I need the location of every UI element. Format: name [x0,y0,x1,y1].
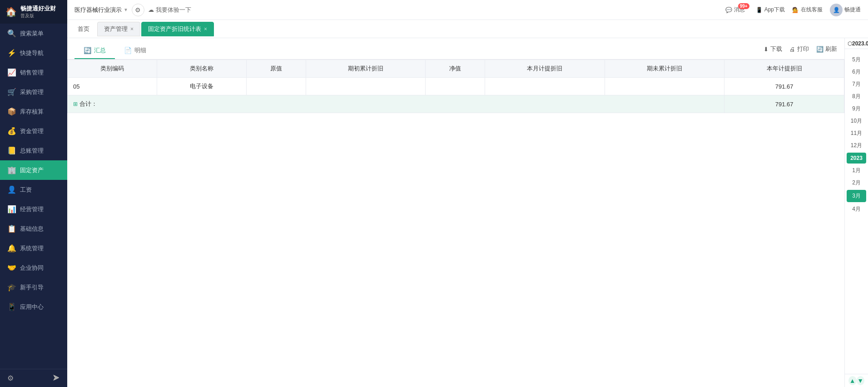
refresh-label: 刷新 [825,45,837,53]
sidebar: 🏠 畅捷通好业财 普及版 🔍搜索菜单⚡快捷导航📈销售管理🛒采购管理📦库存核算💰资… [0,0,67,387]
tab-fixed-assets-depreciation[interactable]: 固定资产折旧统计表 × [141,22,214,36]
sidebar-label-purchase: 采购管理 [20,88,44,96]
experience-btn[interactable]: ☁ 我要体验一下 [148,6,191,14]
summary-label: ⊞合计： [68,95,724,113]
sidebar-item-inventory[interactable]: 📦库存核算 [0,102,67,121]
col-header-monthly-depreciation: 本月计提折旧 [485,60,605,78]
date-month-7月[interactable]: 7月 [845,78,868,90]
date-month-10月[interactable]: 10月 [845,115,868,127]
summary-tab-icon: 🔄 [84,47,91,54]
table-summary-row: ⊞合计： 791.67 [68,95,844,113]
fixed-assets-depreciation-tab-label: 固定资产折旧统计表 [148,25,201,33]
sidebar-item-base-info[interactable]: 📋基础信息 [0,219,67,238]
date-month-12月[interactable]: 12月 [845,139,868,152]
online-service-icon: 💁 [792,7,799,13]
sub-tab-detail[interactable]: 📄 明细 [115,43,155,59]
sidebar-item-purchase[interactable]: 🛒采购管理 [0,82,67,102]
refresh-icon: 🔄 [816,46,823,53]
col-header-period-end-depreciation: 期未累计折旧 [605,60,724,78]
sidebar-item-finance[interactable]: 💰资金管理 [0,121,67,141]
date-month-2023-4月[interactable]: 4月 [845,203,868,215]
sidebar-label-quicknav: 快捷导航 [20,49,44,57]
home-tab-label: 首页 [78,25,89,33]
sidebar-icon-payroll: 👤 [7,185,15,194]
sidebar-item-cooperation[interactable]: 🤝企业协同 [0,258,67,278]
settings-icon[interactable]: ⚙ [7,374,14,382]
company-selector[interactable]: 医疗器械行业演示 ▼ [74,6,128,14]
messages-btn[interactable]: 💬 消息 99+ [725,6,745,14]
date-sidebar-expand-icon[interactable]: ⬡ [848,40,852,47]
sidebar-label-system: 系统管理 [20,244,44,253]
date-month-2023-1月[interactable]: 1月 [845,164,868,177]
date-next-btn[interactable]: ▼ [857,376,865,385]
sidebar-icon-base-info: 📋 [7,224,15,233]
sidebar-item-app-center[interactable]: 📱应用中心 [0,297,67,317]
sidebar-label-base-info: 基础信息 [20,225,44,233]
date-month-5月[interactable]: 5月 [845,54,868,66]
sidebar-item-search[interactable]: 🔍搜索菜单 [0,24,67,43]
sidebar-icon-purchase: 🛒 [7,88,15,96]
download-btn[interactable]: ⬇ 下载 [764,45,782,53]
download-icon: ⬇ [764,46,769,53]
app-download-label: App下载 [764,6,785,14]
sidebar-item-ledger[interactable]: 📒总账管理 [0,141,67,160]
date-sidebar: ⬡ 2023.03 ✕ 5月6月7月8月9月10月11月12月20231月2月3… [844,38,868,387]
sidebar-item-quicknav[interactable]: ⚡快捷导航 [0,43,67,63]
date-month-8月[interactable]: 8月 [845,90,868,103]
tab-home[interactable]: 首页 [71,22,96,36]
online-service-btn[interactable]: 💁 在线客服 [792,6,823,14]
date-month-11月[interactable]: 11月 [845,127,868,139]
sidebar-icon-system: 🔔 [7,244,15,253]
col-header-net-value: 净值 [426,60,485,78]
app-download-btn[interactable]: 📱 App下载 [756,6,785,14]
date-month-9月[interactable]: 9月 [845,103,868,115]
tab-asset-management[interactable]: 资产管理 × [97,22,140,36]
sidebar-item-payroll[interactable]: 👤工资 [0,180,67,199]
asset-management-tab-close[interactable]: × [130,26,134,32]
sidebar-item-operations[interactable]: 📊经营管理 [0,199,67,219]
sidebar-item-system[interactable]: 🔔系统管理 [0,238,67,258]
app-edition: 普及版 [20,13,56,19]
sidebar-item-sales[interactable]: 📈销售管理 [0,63,67,82]
sidebar-label-operations: 经营管理 [20,205,44,213]
date-prev-btn[interactable]: ▲ [848,376,857,385]
sidebar-icon-finance: 💰 [7,127,15,135]
depreciation-table: 类别编码 类别名称 原值 期初累计折旧 净值 本月计提折旧 期未累计折旧 本年计… [67,60,844,113]
col-header-annual-depreciation: 本年计提折旧 [724,60,844,78]
cell-period-end-depreciation [605,78,724,95]
topbar-settings-btn[interactable]: ⚙ [132,4,144,16]
table-header-row: 类别编码 类别名称 原值 期初累计折旧 净值 本月计提折旧 期未累计折旧 本年计… [68,60,844,78]
date-year-2023-tag[interactable]: 2023 [847,153,866,164]
sidebar-icon-inventory: 📦 [7,107,15,116]
refresh-btn[interactable]: 🔄 刷新 [816,45,837,53]
date-month-2023-3月[interactable]: 3月 [847,190,866,202]
fixed-assets-depreciation-tab-close[interactable]: × [204,26,207,32]
cell-monthly-depreciation [485,78,605,95]
sub-tab-summary[interactable]: 🔄 汇总 [74,43,115,59]
table-row: 05 电子设备 791.67 [68,78,844,95]
sidebar-icon-quicknav: ⚡ [7,49,15,57]
tabs-bar: 首页 资产管理 × 固定资产折旧统计表 × [67,20,868,38]
app-logo: 🏠 畅捷通好业财 普及版 [0,0,67,24]
sidebar-icon-operations: 📊 [7,205,15,213]
sidebar-label-payroll: 工资 [20,186,32,194]
sidebar-item-fixed-assets[interactable]: 🏢固定资产 [0,160,67,180]
date-month-6月[interactable]: 6月 [845,66,868,78]
print-btn[interactable]: 🖨 打印 [789,45,809,53]
username: 畅捷通 [844,6,861,14]
collapse-icon[interactable]: ⮞ [53,374,60,382]
print-icon: 🖨 [789,46,795,53]
sidebar-item-guide[interactable]: 🎓新手引导 [0,278,67,297]
avatar: 👤 [830,4,843,16]
online-service-label: 在线客服 [801,6,823,14]
sidebar-label-finance: 资金管理 [20,127,44,135]
detail-tab-label: 明细 [134,46,146,55]
date-month-2023-2月[interactable]: 2月 [845,177,868,189]
date-sidebar-title: 2023.03 [852,40,868,47]
sidebar-label-ledger: 总账管理 [20,147,44,155]
sidebar-icon-ledger: 📒 [7,146,15,155]
col-header-initial-depreciation: 期初累计折旧 [306,60,426,78]
table-wrapper: 类别编码 类别名称 原值 期初累计折旧 净值 本月计提折旧 期未累计折旧 本年计… [67,60,844,387]
print-label: 打印 [797,45,809,53]
topbar: 医疗器械行业演示 ▼ ⚙ ☁ 我要体验一下 💬 消息 99+ 📱 App下载 [67,0,868,20]
